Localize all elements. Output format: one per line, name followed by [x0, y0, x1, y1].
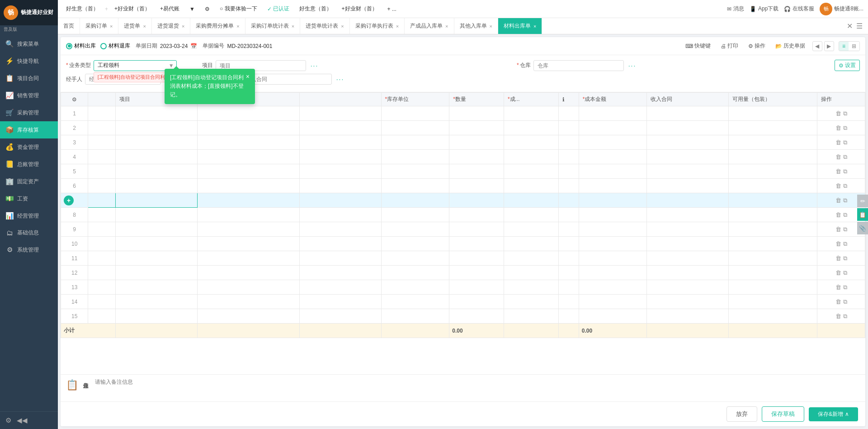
- topbar-haoyecai[interactable]: +好业财（首）: [111, 3, 154, 14]
- copy-row-icon[interactable]: ⧉: [843, 226, 847, 233]
- row-cost-amount-cell[interactable]: [579, 106, 647, 121]
- delete-row-icon[interactable]: 🗑: [835, 197, 841, 204]
- tab-purchase-stats[interactable]: 采购订单统计表 ×: [245, 18, 300, 34]
- close-icon[interactable]: ×: [533, 24, 536, 29]
- delete-row-icon[interactable]: 🗑: [835, 255, 841, 262]
- collapse-icon[interactable]: ◀◀: [17, 416, 28, 424]
- sidebar-item-quicknav[interactable]: ⚡ 快捷导航: [0, 52, 58, 70]
- print-btn[interactable]: 🖨 打印: [718, 41, 741, 51]
- close-window-icon[interactable]: ✕: [845, 22, 854, 30]
- save-new-button[interactable]: 保存&新增 ∧: [809, 407, 858, 421]
- delete-row-icon[interactable]: 🗑: [835, 240, 841, 247]
- sidebar-item-inventory[interactable]: 📦 库存核算: [0, 121, 58, 138]
- discard-button[interactable]: 放弃: [726, 406, 757, 422]
- copy-row-icon[interactable]: ⧉: [843, 110, 847, 117]
- settings-btn[interactable]: ⚙ 设置: [835, 60, 860, 71]
- row-income-cell[interactable]: [647, 106, 729, 121]
- copy-row-icon[interactable]: ⧉: [843, 284, 847, 291]
- tab-goods-stats[interactable]: 进货单统计表 ×: [300, 18, 349, 34]
- business-type-input[interactable]: [94, 60, 177, 71]
- message-btn[interactable]: ✉ 消息: [727, 5, 744, 13]
- row-qty-cell[interactable]: [449, 121, 504, 135]
- row-spec-cell[interactable]: [299, 121, 381, 135]
- tab-other-in[interactable]: 其他入库单 ×: [454, 18, 498, 34]
- copy-row-icon[interactable]: ⧉: [843, 269, 847, 276]
- sidebar-item-salary[interactable]: 💵 工资: [0, 190, 58, 207]
- close-icon[interactable]: ×: [236, 24, 239, 29]
- col-gear[interactable]: ⚙: [61, 93, 88, 106]
- row-income-cell[interactable]: [647, 121, 729, 135]
- sidebar-item-purchase[interactable]: 🛒 采购管理: [0, 104, 58, 121]
- sidebar-item-ledger[interactable]: 📒 总账管理: [0, 156, 58, 173]
- copy-row-icon[interactable]: ⧉: [843, 139, 847, 146]
- project-dots-icon[interactable]: ···: [311, 62, 319, 69]
- tab-goods-in[interactable]: 进货单 ×: [118, 18, 151, 34]
- tab-more-icon[interactable]: ☰: [854, 22, 864, 30]
- warehouse-dots-icon[interactable]: ···: [628, 62, 637, 69]
- quick-key-btn[interactable]: ⌨ 快键键: [683, 41, 713, 51]
- close-icon[interactable]: ×: [341, 24, 344, 29]
- copy-row-icon[interactable]: ⧉: [843, 240, 847, 248]
- close-icon[interactable]: ×: [490, 24, 492, 29]
- delete-row-icon[interactable]: 🗑: [835, 110, 841, 117]
- copy-row-icon[interactable]: ⧉: [843, 182, 847, 190]
- tooltip-close-btn[interactable]: ×: [246, 73, 250, 80]
- topbar-experience[interactable]: ○ 我要体验一下: [216, 3, 261, 14]
- user-avatar-area[interactable]: 畅 畅捷通8账...: [820, 3, 863, 15]
- copy-row-icon[interactable]: ⧉: [843, 255, 847, 262]
- tab-goods-return[interactable]: 进货退货 ×: [152, 18, 190, 34]
- active-input-2[interactable]: [115, 193, 197, 208]
- delete-row-icon[interactable]: 🗑: [835, 298, 841, 305]
- row-spec-cell[interactable]: [299, 106, 381, 121]
- tab-product-in[interactable]: 产成品入库单 ×: [405, 18, 454, 34]
- operation-btn[interactable]: ⚙ 操作: [745, 41, 768, 51]
- delete-row-icon[interactable]: 🗑: [835, 168, 841, 175]
- sidebar-item-basic[interactable]: 🗂 基础信息: [0, 224, 58, 241]
- radio-material-return[interactable]: 材料退库: [100, 42, 130, 50]
- view-toggle-list[interactable]: ≡: [839, 42, 849, 51]
- row-cost-amount-cell[interactable]: [579, 121, 647, 135]
- warehouse-input[interactable]: [533, 60, 624, 71]
- save-draft-button[interactable]: 保存草稿: [762, 406, 804, 422]
- right-float-active[interactable]: 📋: [857, 208, 868, 221]
- row-project-cell[interactable]: [115, 106, 197, 121]
- nav-prev-btn[interactable]: ◀: [812, 41, 822, 51]
- calendar-icon[interactable]: 📅: [190, 43, 197, 49]
- app-download-btn[interactable]: 📱 App下载: [750, 5, 778, 13]
- topbar-more[interactable]: + ...: [384, 4, 400, 14]
- row-cost-cell[interactable]: [504, 121, 558, 135]
- sidebar-item-operation[interactable]: 📊 经营管理: [0, 207, 58, 224]
- sidebar-item-project[interactable]: 📋 项目合同: [0, 70, 58, 87]
- copy-row-icon[interactable]: ⧉: [843, 124, 847, 132]
- sidebar-item-sales[interactable]: 📈 销售管理: [0, 87, 58, 104]
- copy-row-icon[interactable]: ⧉: [843, 168, 847, 175]
- copy-row-icon[interactable]: ⧉: [843, 298, 847, 305]
- close-icon[interactable]: ×: [143, 24, 146, 29]
- topbar-settings[interactable]: ⚙: [201, 4, 213, 14]
- topbar-haoyecai2[interactable]: +好业财（首）: [338, 3, 381, 14]
- copy-row-icon[interactable]: ⧉: [843, 211, 847, 219]
- tab-purchase-exec[interactable]: 采购订单执行表 ×: [350, 18, 405, 34]
- settings-bottom-icon[interactable]: ⚙: [5, 416, 11, 424]
- delete-row-icon[interactable]: 🗑: [835, 153, 841, 160]
- income-contract-dots-icon[interactable]: ···: [336, 76, 344, 83]
- row-unit-cell[interactable]: [381, 106, 449, 121]
- notes-input[interactable]: [95, 378, 860, 396]
- close-icon[interactable]: ×: [396, 24, 399, 29]
- sidebar-item-assets[interactable]: 🏢 固定资产: [0, 173, 58, 190]
- close-icon[interactable]: ×: [182, 24, 184, 29]
- delete-row-icon[interactable]: 🗑: [835, 269, 841, 276]
- tab-purchase-expense[interactable]: 采购费用分摊单 ×: [190, 18, 245, 34]
- close-icon[interactable]: ×: [110, 24, 113, 29]
- add-row-btn[interactable]: +: [64, 195, 74, 205]
- right-float-edit[interactable]: ✏: [857, 195, 868, 207]
- sidebar-item-finance[interactable]: 💰 资金管理: [0, 138, 58, 156]
- close-icon[interactable]: ×: [292, 24, 294, 29]
- delete-row-icon[interactable]: 🗑: [835, 313, 841, 319]
- copy-row-icon[interactable]: ⧉: [843, 313, 847, 320]
- topbar-yidaizhang[interactable]: +易代账: [156, 3, 183, 14]
- online-service-btn[interactable]: 🎧 在线客服: [784, 5, 814, 13]
- copy-row-icon[interactable]: ⧉: [843, 197, 847, 204]
- tab-purchase-order[interactable]: 采购订单 ×: [80, 18, 118, 34]
- row-cost-cell[interactable]: [504, 106, 558, 121]
